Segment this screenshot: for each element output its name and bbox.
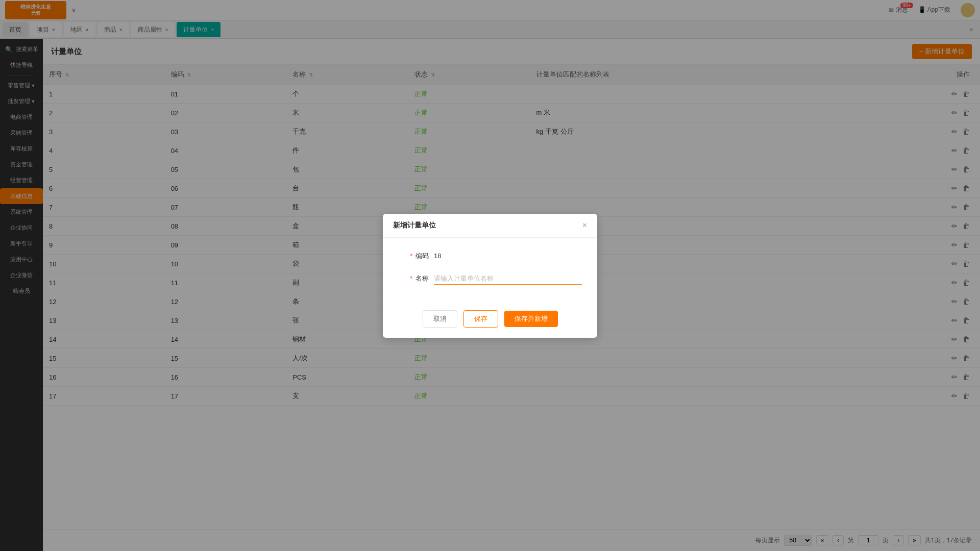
modal-close-button[interactable]: × — [582, 221, 587, 230]
code-input[interactable] — [434, 250, 582, 262]
modal-title: 新增计量单位 — [393, 221, 436, 230]
name-label: * 名称 — [398, 274, 429, 283]
modal-overlay[interactable]: 新增计量单位 × * 编码 * 名称 取消 保存 保存并新增 — [0, 0, 980, 551]
code-required-mark: * — [410, 252, 412, 260]
code-label: * 编码 — [398, 252, 429, 261]
save-button[interactable]: 保存 — [463, 310, 498, 328]
save-and-new-button[interactable]: 保存并新增 — [504, 311, 558, 327]
add-unit-modal: 新增计量单位 × * 编码 * 名称 取消 保存 保存并新增 — [383, 214, 597, 338]
name-required-mark: * — [410, 274, 412, 282]
name-input[interactable] — [434, 272, 582, 285]
modal-header: 新增计量单位 × — [383, 214, 597, 238]
cancel-button[interactable]: 取消 — [423, 310, 457, 328]
name-label-text: 名称 — [415, 274, 429, 282]
modal-footer: 取消 保存 保存并新增 — [383, 305, 597, 338]
code-field-row: * 编码 — [398, 250, 582, 262]
code-label-text: 编码 — [415, 252, 429, 260]
modal-body: * 编码 * 名称 — [383, 238, 597, 305]
name-field-row: * 名称 — [398, 272, 582, 285]
